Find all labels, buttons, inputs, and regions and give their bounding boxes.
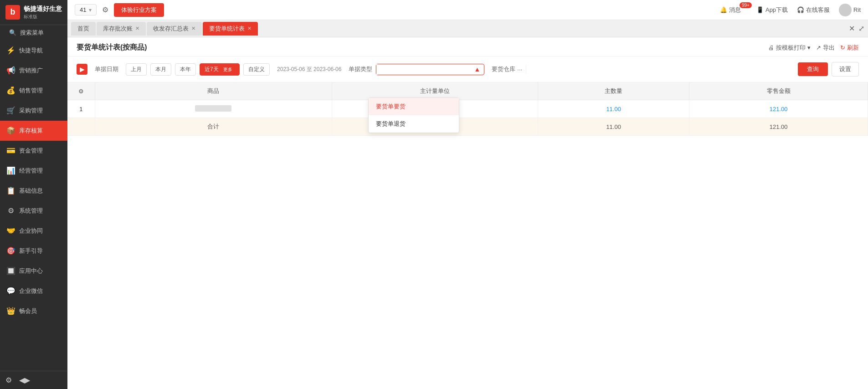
headset-icon: 🎧 xyxy=(797,6,804,13)
sidebar-item-enterprise[interactable]: 🤝 企业协同 xyxy=(0,221,67,241)
col-header-index: ⚙ xyxy=(67,82,95,100)
tab-batch-account-label: 库存批次账 xyxy=(103,25,133,33)
search-label: 搜索菜单 xyxy=(20,29,44,37)
main-content: 41 ▾ ⚙ 体验行业方案 🔔 99+ 消息 📱 App下载 🎧 xyxy=(67,0,868,389)
notification-btn[interactable]: 🔔 99+ 消息 xyxy=(720,6,747,14)
table-footer-row: 合计 11.00 121.00 xyxy=(67,118,868,136)
prev-month-btn[interactable]: 上月 xyxy=(126,63,147,76)
sidebar-item-marketing[interactable]: 📢 营销推广 xyxy=(0,61,67,81)
settings-btn[interactable]: ⚙ xyxy=(5,376,12,384)
table-settings-icon[interactable]: ⚙ xyxy=(78,88,84,95)
type-input[interactable] xyxy=(376,64,470,75)
nav-label: 应用中心 xyxy=(19,267,43,275)
sidebar-search[interactable]: 🔍 搜索菜单 xyxy=(0,25,67,41)
nav-label: 系统管理 xyxy=(19,207,43,215)
table-container: ⚙ 商品 主计量单位 主数量 零售金额 1 块 11.00 xyxy=(67,82,868,136)
sidebar-item-inventory[interactable]: 📦 库存核算 xyxy=(0,121,67,141)
amount-link[interactable]: 121.00 xyxy=(770,106,788,113)
topbar-gear-icon[interactable]: ⚙ xyxy=(102,5,108,14)
nav-label: 企业协同 xyxy=(19,227,43,235)
tenant-selector[interactable]: 41 ▾ xyxy=(75,4,97,15)
online-service-btn[interactable]: 🎧 在线客服 xyxy=(797,6,830,14)
type-dropdown-arrow[interactable]: ▲ xyxy=(470,66,484,73)
app-download-btn[interactable]: 📱 App下载 xyxy=(756,6,788,14)
sidebar-item-operations[interactable]: 📊 经营管理 xyxy=(0,161,67,181)
type-input-wrapper: ▲ xyxy=(376,64,484,75)
fullscreen-btn[interactable]: ⤢ xyxy=(858,24,864,33)
user-name: Rit xyxy=(853,6,861,13)
export-icon: ↗ xyxy=(816,44,821,51)
last7days-label: 近7天 xyxy=(205,66,219,72)
page-actions: 🖨 按模板打印 ▾ ↗ 导出 ↻ 刷新 xyxy=(768,44,859,52)
refresh-btn[interactable]: ↻ 刷新 xyxy=(840,44,859,52)
export-label: 导出 xyxy=(823,44,835,52)
app-center-icon: 🔲 xyxy=(6,266,15,276)
notification-badge: 99+ xyxy=(740,2,752,8)
footer-empty xyxy=(67,118,95,136)
footer-quantity: 11.00 xyxy=(538,118,689,136)
sidebar-item-quick-nav[interactable]: ⚡ 快捷导航 xyxy=(0,41,67,61)
sidebar-item-system[interactable]: ⚙ 系统管理 xyxy=(0,201,67,221)
cell-amount[interactable]: 121.00 xyxy=(689,100,868,118)
collapse-btn[interactable]: ◀▶ xyxy=(19,376,30,384)
sidebar-nav: ⚡ 快捷导航 📢 营销推广 💰 销售管理 🛒 采购管理 📦 库存核算 💳 xyxy=(0,41,67,371)
tab-order-summary[interactable]: 要货单统计表 ✕ xyxy=(203,22,258,36)
tab-batch-account[interactable]: 库存批次账 ✕ xyxy=(97,22,146,36)
brand-sub: 标准版 xyxy=(24,14,62,20)
sidebar-item-member[interactable]: 👑 畅会员 xyxy=(0,301,67,321)
nav-label: 快捷导航 xyxy=(19,46,43,55)
operations-icon: 📊 xyxy=(6,166,15,175)
print-template-btn[interactable]: 🖨 按模板打印 ▾ xyxy=(768,44,811,52)
close-tab-btn[interactable]: ✕ xyxy=(849,24,855,33)
app-logo-icon: b xyxy=(5,5,20,20)
current-month-btn[interactable]: 本月 xyxy=(150,63,171,76)
expand-filter-btn[interactable]: ▶ xyxy=(77,64,87,75)
more-tag: 更多 xyxy=(221,67,235,72)
user-menu[interactable]: Rit xyxy=(839,4,861,16)
cell-quantity[interactable]: 11.00 xyxy=(538,100,689,118)
tab-receive-summary[interactable]: 收发存汇总表 ✕ xyxy=(147,22,202,36)
brand-name: 畅捷通好生意 xyxy=(24,5,62,14)
sidebar-item-finance[interactable]: 💳 资金管理 xyxy=(0,141,67,161)
type-filter-label: 单据类型 xyxy=(349,65,372,73)
sidebar-item-basic-info[interactable]: 📋 基础信息 xyxy=(0,181,67,201)
dropdown-item-order-goods[interactable]: 要货单要货 xyxy=(369,98,459,115)
warehouse-more-icon: ··· xyxy=(517,66,522,73)
sidebar-item-purchase[interactable]: 🛒 采购管理 xyxy=(0,101,67,121)
nav-label: 经营管理 xyxy=(19,167,43,175)
sidebar-item-app-center[interactable]: 🔲 应用中心 xyxy=(0,261,67,281)
sidebar-bottom: ⚙ ◀▶ xyxy=(0,371,67,389)
current-year-btn[interactable]: 本年 xyxy=(175,63,196,76)
nav-label: 基础信息 xyxy=(19,187,43,195)
query-btn[interactable]: 查询 xyxy=(798,62,828,76)
member-icon: 👑 xyxy=(6,307,15,316)
nav-label: 销售管理 xyxy=(19,87,43,95)
refresh-label: 刷新 xyxy=(847,44,859,52)
page-title: 要货单统计表(按商品) xyxy=(77,43,147,52)
last7days-btn[interactable]: 近7天 更多 xyxy=(200,63,240,76)
page-header: 要货单统计表(按商品) 🖨 按模板打印 ▾ ↗ 导出 ↻ 刷新 xyxy=(67,37,868,56)
sidebar-item-sales[interactable]: 💰 销售管理 xyxy=(0,81,67,101)
table-row: 1 块 11.00 121.00 xyxy=(67,100,868,118)
wechat-icon: 💬 xyxy=(6,287,15,296)
sidebar-item-wechat[interactable]: 💬 企业微信 xyxy=(0,281,67,301)
quantity-link[interactable]: 11.00 xyxy=(606,106,621,113)
system-icon: ⚙ xyxy=(6,206,15,215)
online-service-label: 在线客服 xyxy=(806,6,830,14)
type-dropdown: 要货单要货 要货单退货 xyxy=(368,97,459,133)
tab-receive-summary-close[interactable]: ✕ xyxy=(191,26,195,31)
settings-btn[interactable]: 设置 xyxy=(832,62,859,77)
tab-batch-account-close[interactable]: ✕ xyxy=(135,26,139,31)
product-placeholder xyxy=(195,105,231,112)
dropdown-item-order-return[interactable]: 要货单退货 xyxy=(369,115,459,133)
enterprise-icon: 🤝 xyxy=(6,226,15,235)
tab-home[interactable]: 首页 xyxy=(71,22,96,36)
custom-date-btn[interactable]: 自定义 xyxy=(243,63,270,76)
print-arrow-icon: ▾ xyxy=(807,44,811,51)
export-btn[interactable]: ↗ 导出 xyxy=(816,44,835,52)
tab-order-summary-close[interactable]: ✕ xyxy=(247,26,252,31)
quick-nav-icon: ⚡ xyxy=(6,46,15,55)
sidebar-item-beginner[interactable]: 🎯 新手引导 xyxy=(0,241,67,261)
print-icon: 🖨 xyxy=(768,44,774,51)
trial-btn[interactable]: 体验行业方案 xyxy=(114,3,164,17)
